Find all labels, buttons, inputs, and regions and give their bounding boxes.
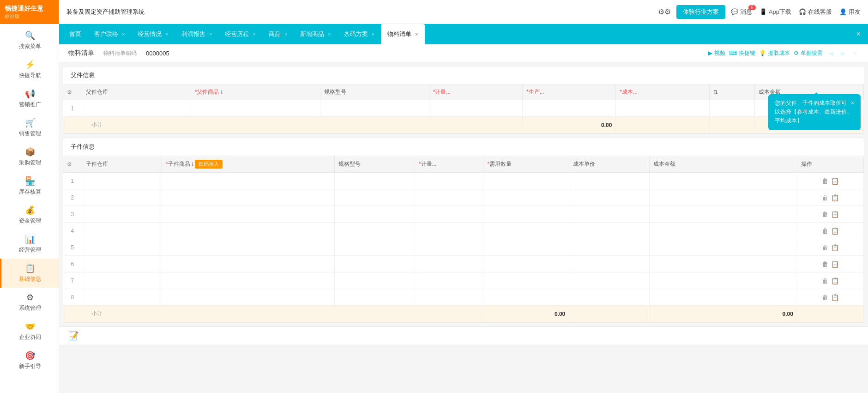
child-product-1[interactable] xyxy=(162,173,334,189)
settings-gear-icon[interactable]: ⚙ xyxy=(67,89,72,96)
child-unit-6[interactable] xyxy=(415,256,483,272)
child-product-4[interactable] xyxy=(162,223,334,239)
child-unit-cost-1[interactable] xyxy=(569,173,649,189)
close-icon[interactable]: × xyxy=(415,31,418,37)
child-spec-6[interactable] xyxy=(335,256,415,272)
th-settings[interactable]: ⚙ xyxy=(63,85,82,100)
child-spec-8[interactable] xyxy=(335,289,415,306)
child-unit-cost-5[interactable] xyxy=(569,239,649,256)
child-product-7[interactable] xyxy=(162,272,334,289)
child-spec-4[interactable] xyxy=(335,223,415,239)
copy-icon[interactable]: 📋 xyxy=(831,244,839,251)
close-icon[interactable]: × xyxy=(372,31,374,37)
child-qty-3[interactable] xyxy=(483,206,569,223)
app-download-action[interactable]: 📱 App下载 xyxy=(760,8,791,16)
tab-history[interactable]: 经营历程× xyxy=(218,24,262,44)
delete-icon[interactable]: 🗑 xyxy=(822,244,828,251)
sidebar-item-search[interactable]: 🔍搜索菜单 xyxy=(0,26,59,55)
single-settings-btn[interactable]: ⚙ 单据设置 xyxy=(794,49,823,57)
next-record-btn[interactable]: ▶ xyxy=(839,49,848,57)
child-spec-5[interactable] xyxy=(335,239,415,256)
copy-icon[interactable]: 📋 xyxy=(831,260,839,268)
extract-cost-btn[interactable]: 💡 提取成本 xyxy=(759,49,790,57)
child-qty-2[interactable] xyxy=(483,189,569,206)
sidebar-item-operations[interactable]: 📊经营管理 xyxy=(0,230,59,259)
sidebar-item-enterprise[interactable]: 🤝企业协同 xyxy=(0,317,59,346)
child-qty-6[interactable] xyxy=(483,256,569,272)
child-unit-1[interactable] xyxy=(415,173,483,189)
child-warehouse-4[interactable] xyxy=(82,223,162,239)
grid-view-btn[interactable]: ≡ xyxy=(851,49,859,57)
parent-production-cell[interactable] xyxy=(523,100,616,117)
user-action[interactable]: 👤 用友 xyxy=(839,8,861,16)
child-warehouse-2[interactable] xyxy=(82,189,162,206)
child-unit-4[interactable] xyxy=(415,223,483,239)
video-btn[interactable]: ▶ 视频 xyxy=(708,49,725,57)
parent-spec-cell[interactable] xyxy=(320,100,429,117)
scan-btn[interactable]: 扫码录入 xyxy=(195,160,223,169)
sidebar-item-inventory[interactable]: 🏪库存核算 xyxy=(0,171,59,200)
sidebar-item-finance[interactable]: 💰资金管理 xyxy=(0,200,59,230)
delete-icon[interactable]: 🗑 xyxy=(822,211,828,218)
child-unit-cost-8[interactable] xyxy=(569,289,649,306)
child-unit-5[interactable] xyxy=(415,239,483,256)
gear-icon[interactable]: ⚙ xyxy=(658,7,671,16)
child-spec-1[interactable] xyxy=(335,173,415,189)
th-child-settings[interactable]: ⚙ xyxy=(63,156,82,173)
child-settings-gear-icon[interactable]: ⚙ xyxy=(67,161,72,168)
tab-profit[interactable]: 利润报告× xyxy=(175,24,218,44)
child-unit-2[interactable] xyxy=(415,189,483,206)
child-qty-5[interactable] xyxy=(483,239,569,256)
copy-icon[interactable]: 📋 xyxy=(831,177,839,185)
child-unit-7[interactable] xyxy=(415,272,483,289)
child-info-icon[interactable]: ℹ xyxy=(192,162,193,167)
child-product-2[interactable] xyxy=(162,189,334,206)
delete-icon[interactable]: 🗑 xyxy=(822,294,828,301)
tab-bom[interactable]: 物料清单× xyxy=(381,24,424,44)
sidebar-item-marketing[interactable]: 📢营销推广 xyxy=(0,84,59,113)
tooltip-close-btn[interactable]: × xyxy=(851,99,854,108)
child-warehouse-3[interactable] xyxy=(82,206,162,223)
child-spec-2[interactable] xyxy=(335,189,415,206)
child-warehouse-7[interactable] xyxy=(82,272,162,289)
delete-icon[interactable]: 🗑 xyxy=(822,260,828,268)
child-warehouse-1[interactable] xyxy=(82,173,162,189)
parent-cost-cell[interactable] xyxy=(616,100,709,117)
child-product-6[interactable] xyxy=(162,256,334,272)
copy-icon[interactable]: 📋 xyxy=(831,211,839,218)
child-qty-8[interactable] xyxy=(483,289,569,306)
delete-icon[interactable]: 🗑 xyxy=(822,194,828,201)
sidebar-item-system[interactable]: ⚙系统管理 xyxy=(0,288,59,317)
child-spec-7[interactable] xyxy=(335,272,415,289)
close-icon[interactable]: × xyxy=(209,31,212,37)
child-spec-3[interactable] xyxy=(335,206,415,223)
message-action[interactable]: 💬 消息 6 xyxy=(731,8,752,16)
copy-icon[interactable]: 📋 xyxy=(831,277,839,284)
child-product-5[interactable] xyxy=(162,239,334,256)
parent-unit-cell[interactable] xyxy=(429,100,522,117)
online-service-action[interactable]: 🎧 在线客服 xyxy=(799,8,832,16)
delete-icon[interactable]: 🗑 xyxy=(822,277,828,284)
tab-new-product[interactable]: 新增商品× xyxy=(294,24,337,44)
close-icon[interactable]: × xyxy=(284,31,287,37)
prev-record-btn[interactable]: ◀ xyxy=(826,49,835,57)
child-unit-cost-6[interactable] xyxy=(569,256,649,272)
child-unit-cost-4[interactable] xyxy=(569,223,649,239)
delete-icon[interactable]: 🗑 xyxy=(822,177,828,185)
child-unit-3[interactable] xyxy=(415,206,483,223)
tab-home[interactable]: 首页 xyxy=(63,24,88,44)
child-qty-7[interactable] xyxy=(483,272,569,289)
sidebar-item-guide[interactable]: 🎯新手引导 xyxy=(0,346,59,375)
info-icon[interactable]: ℹ xyxy=(221,90,223,95)
copy-icon[interactable]: 📋 xyxy=(831,194,839,201)
child-qty-4[interactable] xyxy=(483,223,569,239)
parent-product-cell[interactable] xyxy=(191,100,320,117)
child-product-3[interactable] xyxy=(162,206,334,223)
close-all-tabs[interactable]: × xyxy=(853,30,864,38)
child-unit-8[interactable] xyxy=(415,289,483,306)
copy-icon[interactable]: 📋 xyxy=(831,294,839,301)
sidebar-item-quick-nav[interactable]: ⚡快捷导航 xyxy=(0,55,59,84)
shortcut-btn[interactable]: ⌨ 快捷键 xyxy=(729,49,755,57)
sidebar-item-sales[interactable]: 🛒销售管理 xyxy=(0,113,59,142)
close-icon[interactable]: × xyxy=(122,31,125,37)
